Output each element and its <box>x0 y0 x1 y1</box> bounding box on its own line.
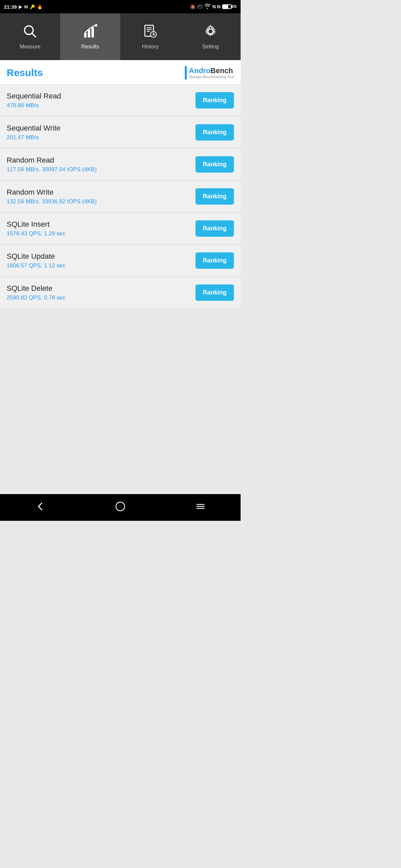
ranking-btn-random-write[interactable]: Ranking <box>196 188 234 205</box>
result-name-sequential-write: Sequential Write <box>7 124 196 132</box>
result-value-sqlite-update: 1806.57 QPS, 1.12 sec <box>7 262 196 269</box>
status-time: 21:39 <box>4 4 17 10</box>
history-icon <box>143 24 158 41</box>
svg-point-15 <box>116 502 125 511</box>
ranking-btn-sqlite-delete[interactable]: Ranking <box>196 284 234 301</box>
tab-history[interactable]: History <box>120 13 180 60</box>
ranking-btn-sequential-write[interactable]: Ranking <box>196 124 234 141</box>
result-info-random-write: Random Write 132.56 MB/s, 33936.92 IOPS … <box>7 188 196 205</box>
result-name-sequential-read: Sequential Read <box>7 92 196 100</box>
result-item-sqlite-update: SQLite Update 1806.57 QPS, 1.12 sec Rank… <box>0 245 240 277</box>
result-name-sqlite-update: SQLite Update <box>7 252 196 261</box>
result-value-sequential-read: 478.86 MB/s <box>7 102 196 109</box>
result-item-sqlite-insert: SQLite Insert 1578.43 QPS, 1.29 sec Rank… <box>0 213 240 245</box>
ranking-btn-sequential-read[interactable]: Ranking <box>196 92 234 108</box>
results-page-title: Results <box>7 67 43 79</box>
status-left: 21:39 ▶ M 🔑 🔥 <box>4 4 42 10</box>
result-value-sequential-write: 201.47 MB/s <box>7 134 196 141</box>
result-item-sequential-write: Sequential Write 201.47 MB/s Ranking <box>0 117 240 149</box>
key-icon: 🔑 <box>30 4 35 9</box>
result-item-sequential-read: Sequential Read 478.86 MB/s Ranking <box>0 85 240 117</box>
result-name-random-read: Random Read <box>7 156 196 164</box>
settings-icon <box>203 24 218 41</box>
tab-history-label: History <box>142 44 159 50</box>
nav-tabs: Measure Results <box>0 13 240 60</box>
result-item-random-read: Random Read 117.56 MB/s, 30097.04 IOPS (… <box>0 149 240 181</box>
brand-text: AndroBench Storage Benchmarking Tool <box>189 67 234 79</box>
wifi-icon <box>204 4 211 10</box>
ranking-btn-sqlite-update[interactable]: Ranking <box>196 252 234 269</box>
svg-rect-3 <box>88 29 90 37</box>
tab-measure-label: Measure <box>20 44 40 50</box>
svg-rect-2 <box>84 32 87 37</box>
brand-logo: AndroBench Storage Benchmarking Tool <box>185 66 234 80</box>
youtube-icon: ▶ <box>19 4 22 9</box>
tab-setting-label: Setting <box>202 44 219 50</box>
results-header: Results AndroBench Storage Benchmarking … <box>0 60 240 85</box>
status-bar: 21:39 ▶ M 🔑 🔥 🔕 📳 N N 70 <box>0 0 240 13</box>
result-value-sqlite-delete: 2590.82 QPS, 0.78 sec <box>7 294 196 301</box>
gmail-icon: M <box>24 4 28 9</box>
back-button[interactable] <box>25 498 55 517</box>
result-item-random-write: Random Write 132.56 MB/s, 33936.92 IOPS … <box>0 181 240 213</box>
mute-icon: 🔕 <box>190 4 196 9</box>
result-info-sequential-write: Sequential Write 201.47 MB/s <box>7 124 196 141</box>
signal-icon: N N <box>212 4 221 9</box>
battery-icon: 70 <box>222 4 237 9</box>
brand-subtitle: Storage Benchmarking Tool <box>189 75 234 79</box>
svg-rect-4 <box>91 27 94 37</box>
result-name-random-write: Random Write <box>7 188 196 197</box>
tab-measure[interactable]: Measure <box>0 13 60 60</box>
result-value-random-read: 117.56 MB/s, 30097.04 IOPS (4KB) <box>7 166 196 173</box>
tab-setting[interactable]: Setting <box>180 13 240 60</box>
result-info-sqlite-delete: SQLite Delete 2590.82 QPS, 0.78 sec <box>7 284 196 301</box>
vibrate-icon: 📳 <box>197 4 202 9</box>
result-value-sqlite-insert: 1578.43 QPS, 1.29 sec <box>7 230 196 237</box>
status-right: 🔕 📳 N N 70 <box>190 4 237 10</box>
result-value-random-write: 132.56 MB/s, 33936.92 IOPS (4KB) <box>7 198 196 205</box>
tab-results-label: Results <box>81 44 99 50</box>
ranking-btn-sqlite-insert[interactable]: Ranking <box>196 220 234 237</box>
brand-name: AndroBench <box>189 67 234 75</box>
ranking-btn-random-read[interactable]: Ranking <box>196 156 234 173</box>
bottom-nav <box>0 494 240 521</box>
result-name-sqlite-insert: SQLite Insert <box>7 220 196 229</box>
result-item-sqlite-delete: SQLite Delete 2590.82 QPS, 0.78 sec Rank… <box>0 277 240 309</box>
result-info-sequential-read: Sequential Read 478.86 MB/s <box>7 92 196 109</box>
brand-bar <box>185 66 187 80</box>
svg-line-1 <box>32 33 36 37</box>
home-button[interactable] <box>105 498 135 517</box>
result-info-sqlite-update: SQLite Update 1806.57 QPS, 1.12 sec <box>7 252 196 269</box>
result-info-random-read: Random Read 117.56 MB/s, 30097.04 IOPS (… <box>7 156 196 173</box>
result-name-sqlite-delete: SQLite Delete <box>7 284 196 293</box>
flame-icon: 🔥 <box>37 4 42 9</box>
result-info-sqlite-insert: SQLite Insert 1578.43 QPS, 1.29 sec <box>7 220 196 237</box>
results-icon <box>83 24 97 41</box>
results-list: Sequential Read 478.86 MB/s Ranking Sequ… <box>0 85 240 494</box>
menu-button[interactable] <box>185 498 216 517</box>
measure-icon <box>23 24 37 41</box>
tab-results[interactable]: Results <box>60 13 120 60</box>
